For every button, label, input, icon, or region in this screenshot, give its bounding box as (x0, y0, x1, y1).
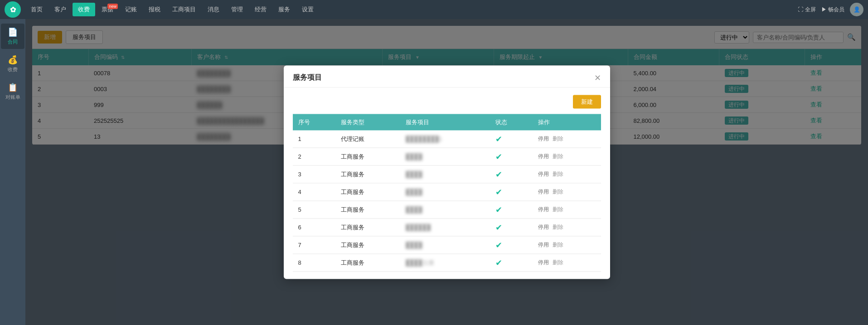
delete-button[interactable]: 删除 (553, 153, 563, 160)
service-table: 序号 服务类型 服务项目 状态 操作 1代理记账████████1✔停用删除2工… (293, 114, 601, 272)
left-sidebar: 📄 合同 💰 收费 📋 对账单 (0, 19, 25, 325)
stop-button[interactable]: 停用 (538, 171, 549, 177)
dialog-cell-seq: 1 (293, 130, 335, 148)
dialog-cell-type: 工商服务 (335, 218, 400, 236)
dialog-table-row: 6工商服务██████✔停用删除 (293, 218, 601, 236)
nav-billing[interactable]: 收费 (73, 3, 95, 16)
dialog-cell-type: 工商服务 (335, 165, 400, 183)
app-logo: ✿ (5, 1, 21, 18)
dialog-cell-status: ✔ (490, 254, 533, 272)
dialog-cell-ops[interactable]: 停用删除 (533, 165, 601, 183)
nav-manage[interactable]: 管理 (226, 3, 248, 16)
stop-button[interactable]: 停用 (538, 224, 549, 230)
statement-icon: 📋 (8, 82, 18, 92)
fullscreen-action[interactable]: ⛶ 全屏 (798, 6, 815, 14)
dialog-cell-seq: 8 (293, 254, 335, 272)
stop-button[interactable]: 停用 (538, 242, 549, 248)
service-dialog: 服务项目 ✕ 新建 序号 服务类型 服务项目 状态 操作 (284, 65, 610, 279)
dialog-cell-ops[interactable]: 停用删除 (533, 130, 601, 148)
dialog-cell-ops[interactable]: 停用删除 (533, 218, 601, 236)
dialog-table-row: 7工商服务████✔停用删除 (293, 236, 601, 254)
sidebar-label-billing: 收费 (8, 66, 18, 73)
dialog-cell-seq: 5 (293, 201, 335, 218)
dialog-cell-ops[interactable]: 停用删除 (533, 254, 601, 272)
dialog-cell-seq: 2 (293, 148, 335, 165)
dialog-table-row: 8工商服务████注册✔停用删除 (293, 254, 601, 272)
nav-bookkeep[interactable]: 记账 (120, 3, 142, 16)
dialog-cell-seq: 3 (293, 165, 335, 183)
dialog-cell-type: 工商服务 (335, 201, 400, 218)
dialog-cell-status: ✔ (490, 236, 533, 254)
dialog-cell-item: ████ (400, 236, 490, 254)
delete-button[interactable]: 删除 (553, 242, 563, 248)
stop-button[interactable]: 停用 (538, 189, 549, 195)
dialog-cell-seq: 6 (293, 218, 335, 236)
dialog-cell-status: ✔ (490, 148, 533, 165)
nav-customer[interactable]: 客户 (49, 3, 72, 16)
nav-message[interactable]: 消息 (202, 3, 225, 16)
dialog-cell-ops[interactable]: 停用删除 (533, 148, 601, 165)
dialog-close-button[interactable]: ✕ (594, 73, 601, 82)
stop-button[interactable]: 停用 (538, 136, 549, 142)
delete-button[interactable]: 删除 (553, 189, 563, 195)
content-area: 新增 服务项目 进行中 已结束 全部 🔍 序号 合同编码 (25, 19, 868, 325)
dialog-cell-type: 工商服务 (335, 148, 400, 165)
dialog-col-type: 服务类型 (335, 114, 400, 130)
dialog-cell-status: ✔ (490, 183, 533, 201)
dialog-cell-ops[interactable]: 停用删除 (533, 183, 601, 201)
member-action[interactable]: ▶ 畅会员 (821, 6, 844, 14)
dialog-table-row: 1代理记账████████1✔停用删除 (293, 130, 601, 148)
nav-service[interactable]: 服务 (273, 3, 296, 16)
nav-business[interactable]: 工商项目 (167, 3, 201, 16)
dialog-cell-item: ████ (400, 183, 490, 201)
dialog-cell-status: ✔ (490, 201, 533, 218)
dialog-cell-type: 工商服务 (335, 254, 400, 272)
user-avatar[interactable]: 👤 (850, 3, 863, 16)
dialog-cell-status: ✔ (490, 130, 533, 148)
nav-items: 首页 客户 收费 票据 new 记账 报税 工商项目 消息 管理 经营 服务 设… (25, 3, 798, 16)
billing-icon: 💰 (8, 55, 18, 65)
nav-settings[interactable]: 设置 (296, 3, 319, 16)
stop-button[interactable]: 停用 (538, 153, 549, 160)
dialog-col-status: 状态 (490, 114, 533, 130)
delete-button[interactable]: 删除 (553, 259, 563, 266)
dialog-table-row: 2工商服务████✔停用删除 (293, 148, 601, 165)
dialog-cell-seq: 4 (293, 183, 335, 201)
dialog-table-row: 3工商服务████✔停用删除 (293, 165, 601, 183)
dialog-col-seq: 序号 (293, 114, 335, 130)
dialog-cell-item: ████注册 (400, 254, 490, 272)
nav-invoice[interactable]: 票据 new (96, 3, 119, 16)
delete-button[interactable]: 删除 (553, 171, 563, 177)
delete-button[interactable]: 删除 (553, 224, 563, 230)
dialog-cell-item: ████████1 (400, 130, 490, 148)
new-badge: new (107, 4, 118, 9)
delete-button[interactable]: 删除 (553, 206, 563, 213)
nav-home[interactable]: 首页 (25, 3, 48, 16)
right-actions: ⛶ 全屏 ▶ 畅会员 👤 (798, 3, 863, 16)
top-nav: ✿ 首页 客户 收费 票据 new 记账 报税 工商项目 消息 管理 经营 服务… (0, 0, 868, 19)
dialog-cell-item: ██████ (400, 218, 490, 236)
contract-icon: 📄 (8, 27, 18, 37)
dialog-cell-ops[interactable]: 停用删除 (533, 201, 601, 218)
sidebar-item-contract[interactable]: 📄 合同 (1, 24, 24, 49)
dialog-cell-type: 工商服务 (335, 183, 400, 201)
dialog-cell-ops[interactable]: 停用删除 (533, 236, 601, 254)
dialog-cell-seq: 7 (293, 236, 335, 254)
dialog-col-ops: 操作 (533, 114, 601, 130)
stop-button[interactable]: 停用 (538, 259, 549, 266)
dialog-title: 服务项目 (293, 73, 322, 82)
dialog-table-row: 4工商服务████✔停用删除 (293, 183, 601, 201)
delete-button[interactable]: 删除 (553, 136, 563, 142)
nav-tax[interactable]: 报税 (143, 3, 166, 16)
sidebar-item-billing[interactable]: 💰 收费 (1, 51, 24, 77)
dialog-cell-status: ✔ (490, 218, 533, 236)
stop-button[interactable]: 停用 (538, 206, 549, 213)
dialog-cell-type: 工商服务 (335, 236, 400, 254)
dialog-cell-item: ████ (400, 165, 490, 183)
sidebar-label-contract: 合同 (8, 39, 18, 45)
dialog-header: 服务项目 ✕ (284, 65, 610, 87)
nav-operate[interactable]: 经营 (249, 3, 272, 16)
new-service-button[interactable]: 新建 (573, 95, 601, 108)
sidebar-item-statement[interactable]: 📋 对账单 (1, 79, 24, 104)
main-layout: 📄 合同 💰 收费 📋 对账单 新增 服务项目 进行中 已结束 全部 (0, 19, 868, 325)
